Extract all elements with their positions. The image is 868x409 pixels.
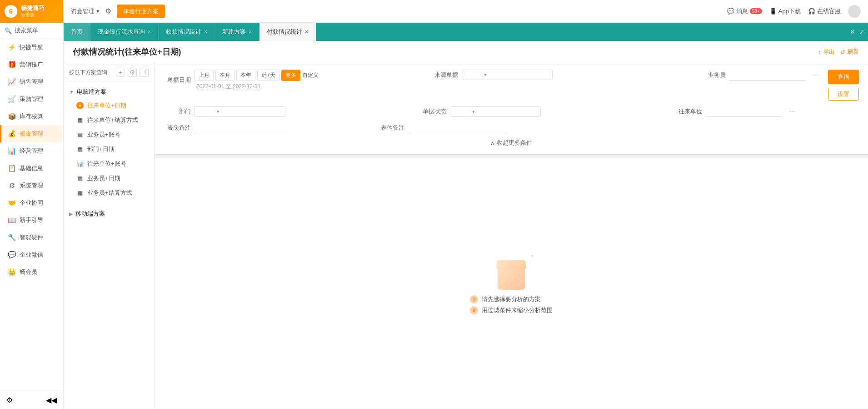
sidebar-item-wechat[interactable]: 💬 企业微信 — [0, 246, 63, 263]
sidebar-item-quick-nav[interactable]: ⚡ 快捷导航 — [0, 39, 63, 56]
sidebar-item-enterprise[interactable]: 🤝 企业协同 — [0, 194, 63, 212]
message-badge: 99+ — [750, 8, 762, 14]
search-menu-item[interactable]: 🔍 搜索菜单 — [0, 23, 63, 39]
tab-payment-close[interactable]: × — [305, 29, 308, 35]
salesperson-dots[interactable]: ··· — [813, 71, 819, 79]
partner-input[interactable] — [706, 106, 782, 117]
tab-receipt-close[interactable]: × — [204, 29, 207, 35]
tabbar-actions: ✕ ⤢ — [846, 23, 868, 41]
desktop-plans-header[interactable]: ▼ 电脑端方案 — [64, 86, 154, 98]
add-plan-button[interactable]: + — [116, 68, 125, 77]
tab-expand-icon[interactable]: ⤢ — [859, 28, 864, 35]
settings-button[interactable]: 设置 — [828, 88, 859, 101]
main-area: 资金管理 ▾ ⚙ 体验行业方案 💬 消息 99+ 📱 App下载 🎧 在线客服 — [64, 0, 868, 409]
tabbar: 首页 现金银行流水查询 × 收款情况统计 × 新建方案 × 付款情况统计 × ✕… — [64, 23, 868, 41]
filter-area: 单据日期 上月 本月 本年 近7天 更多 自定义 20 — [155, 63, 868, 155]
message-icon: 💬 — [727, 8, 734, 15]
plan-icon-2: ▦ — [76, 131, 84, 138]
plan-item-dept-date[interactable]: ▦ 部门+日期 — [64, 142, 154, 157]
sidebar-item-purchase[interactable]: 🛒 采购管理 — [0, 91, 63, 108]
tab-bank-flow-close[interactable]: × — [148, 29, 151, 35]
member-icon: 👑 — [8, 268, 16, 276]
tab-close-all-icon[interactable]: ✕ — [850, 28, 855, 35]
tab-home[interactable]: 首页 — [64, 23, 90, 41]
sidebar-collapse-icon[interactable]: ◀◀ — [46, 396, 57, 404]
date-btn-more[interactable]: 更多 — [281, 70, 300, 81]
dept-select[interactable]: ▾ — [195, 106, 285, 117]
sidebar-item-marketing[interactable]: 🎁 营销推广 — [0, 56, 63, 73]
enterprise-icon: 🤝 — [8, 199, 16, 207]
header-note-input[interactable] — [195, 122, 294, 133]
date-filter-buttons: 上月 本月 本年 近7天 更多 自定义 — [195, 70, 319, 81]
plan-icon-1: ▦ — [76, 116, 84, 124]
source-select[interactable]: ▾ — [462, 70, 553, 80]
desktop-plans-section: ▼ 电脑端方案 ● 往来单位+日期 ▦ 往来单位+结算方式 ▦ 业务员+账号 — [64, 82, 154, 204]
plan-sales-date-label: 业务员+日期 — [87, 174, 120, 182]
plan-item-partner-date[interactable]: ● 往来单位+日期 — [64, 98, 154, 113]
plan-item-partner-account[interactable]: 📊 往来单位+账号 — [64, 157, 154, 171]
tab-new-plan-close[interactable]: × — [249, 29, 252, 35]
member-label: 畅会员 — [20, 268, 37, 276]
app-download-button[interactable]: 📱 App下载 — [769, 7, 801, 15]
date-btn-this-year[interactable]: 本年 — [236, 70, 255, 81]
partner-filter-label: 往来单位 — [675, 107, 702, 116]
status-select[interactable]: ▾ — [450, 106, 541, 117]
content-area: 按以下方案查询 + ⚙ 《 ▼ — [64, 63, 868, 409]
left-panel-actions: + ⚙ 《 — [116, 68, 149, 77]
sidebar-item-sales[interactable]: 📈 销售管理 — [0, 73, 63, 91]
date-range-display: 2022-01-01 至 2022-12-31 — [196, 83, 319, 91]
tab-payment-stats[interactable]: 付款情况统计 × — [259, 23, 316, 41]
sidebar-item-inventory[interactable]: 📦 库存核算 — [0, 108, 63, 125]
plan-item-sales-settle[interactable]: ▦ 业务员+结算方式 — [64, 186, 154, 200]
app-icon: 📱 — [769, 8, 777, 15]
query-button[interactable]: 查询 — [828, 70, 859, 84]
topbar-settings-icon[interactable]: ⚙ — [105, 7, 111, 15]
sidebar-header: 6 畅捷通巧 标准版 — [0, 0, 63, 23]
sidebar-item-system[interactable]: ⚙ 系统管理 — [0, 177, 63, 194]
tip-num-2: 2 — [470, 306, 478, 314]
tab-bank-flow[interactable]: 现金银行流水查询 × — [90, 23, 159, 41]
messages-button[interactable]: 💬 消息 99+ — [727, 7, 762, 15]
mobile-section-arrow: ▶ — [69, 211, 73, 217]
sidebar-item-operations[interactable]: 📊 经营管理 — [0, 142, 63, 160]
partner-dots[interactable]: ··· — [789, 107, 795, 116]
sidebar-item-finance[interactable]: 💰 资金管理 — [0, 125, 63, 142]
online-service-label: 在线客服 — [817, 7, 841, 15]
sidebar-item-guide[interactable]: 📖 新手引导 — [0, 212, 63, 229]
plan-icon-4: 📊 — [76, 160, 84, 167]
refresh-label: 刷新 — [847, 48, 859, 56]
marketing-icon: 🎁 — [8, 61, 16, 69]
online-service-button[interactable]: 🎧 在线客服 — [808, 7, 841, 15]
export-button[interactable]: ↑ 导出 — [818, 48, 835, 56]
tab-receipt-stats[interactable]: 收款情况统计 × — [159, 23, 215, 41]
salesperson-input[interactable] — [729, 70, 806, 81]
sidebar-settings-icon[interactable]: ⚙ — [6, 396, 13, 404]
sidebar-nav: ⚡ 快捷导航 🎁 营销推广 📈 销售管理 🛒 采购管理 📦 库存核算 💰 资金管… — [0, 39, 63, 391]
page-header: 付款情况统计(往来单位+日期) ↑ 导出 ↺ 刷新 — [64, 41, 868, 63]
plan-item-partner-settle[interactable]: ▦ 往来单位+结算方式 — [64, 113, 154, 127]
date-btn-7days[interactable]: 近7天 — [257, 70, 279, 81]
collapse-more-button[interactable]: ∧ 收起更多条件 — [164, 136, 859, 148]
plan-item-sales-date[interactable]: ▦ 业务员+日期 — [64, 171, 154, 186]
plan-settings-button[interactable]: ⚙ — [128, 68, 137, 77]
collapse-panel-button[interactable]: 《 — [140, 68, 149, 77]
sidebar-item-member[interactable]: 👑 畅会员 — [0, 263, 63, 281]
guide-label: 新手引导 — [20, 216, 43, 224]
hardware-icon: 🔧 — [8, 233, 16, 242]
source-filter-label: 来源单据 — [431, 71, 458, 79]
sidebar-item-basic-info[interactable]: 📋 基础信息 — [0, 160, 63, 177]
industry-solution-button[interactable]: 体验行业方案 — [117, 5, 165, 18]
user-avatar[interactable] — [848, 5, 861, 18]
page-header-actions: ↑ 导出 ↺ 刷新 — [818, 48, 859, 56]
date-btn-this-month[interactable]: 本月 — [215, 70, 234, 81]
mobile-plans-header[interactable]: ▶ 移动端方案 — [64, 207, 154, 220]
tab-new-plan[interactable]: 新建方案 × — [215, 23, 259, 41]
messages-label: 消息 — [736, 7, 748, 15]
service-icon: 🎧 — [808, 8, 815, 15]
plan-item-sales-account[interactable]: ▦ 业务员+账号 — [64, 127, 154, 142]
body-note-input[interactable] — [408, 122, 508, 133]
date-btn-last-month[interactable]: 上月 — [195, 70, 214, 81]
refresh-button[interactable]: ↺ 刷新 — [840, 48, 859, 56]
sidebar-item-hardware[interactable]: 🔧 智能硬件 — [0, 229, 63, 246]
basic-info-label: 基础信息 — [20, 164, 43, 172]
